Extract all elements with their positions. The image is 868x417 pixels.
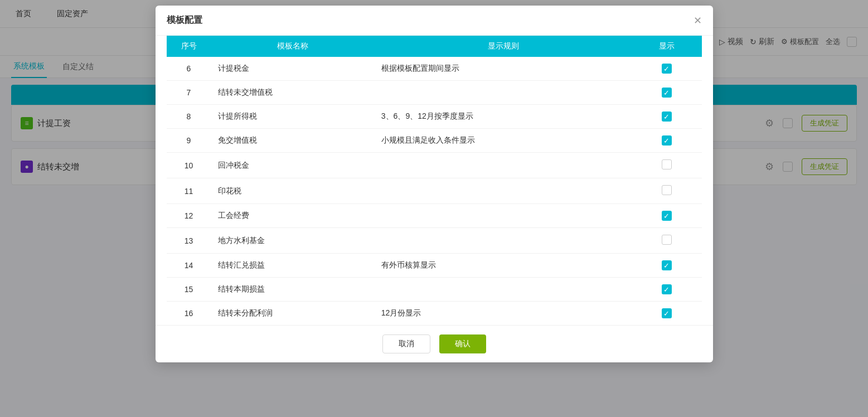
confirm-button[interactable]: 确认 xyxy=(439,334,486,353)
cell-seq-7: 13 xyxy=(167,228,211,254)
cell-name-2: 计提所得税 xyxy=(211,105,375,129)
modal-footer: 取消 确认 xyxy=(156,325,713,362)
cell-name-1: 结转未交增值税 xyxy=(211,81,375,105)
cell-seq-0: 6 xyxy=(167,57,211,81)
cell-rule-4 xyxy=(375,153,632,178)
modal-overlay: 模板配置 ✕ 序号 模板名称 显示规则 显示 6计提税金根据模板配置期间显示✓7… xyxy=(0,0,868,417)
cell-rule-0: 根据模板配置期间显示 xyxy=(375,57,632,81)
table-row: 11印花税 xyxy=(167,178,702,204)
cell-seq-5: 11 xyxy=(167,178,211,204)
modal-body[interactable]: 序号 模板名称 显示规则 显示 6计提税金根据模板配置期间显示✓7结转未交增值税… xyxy=(156,36,713,325)
table-row: 15结转本期损益✓ xyxy=(167,278,702,302)
checkbox-checked-8[interactable]: ✓ xyxy=(662,260,672,270)
cell-seq-6: 12 xyxy=(167,204,211,228)
checkbox-checked-6[interactable]: ✓ xyxy=(662,211,672,221)
cell-name-0: 计提税金 xyxy=(211,57,375,81)
checkbox-checked-2[interactable]: ✓ xyxy=(662,111,672,122)
table-header-row: 序号 模板名称 显示规则 显示 xyxy=(167,36,702,57)
cell-name-7: 地方水利基金 xyxy=(211,228,375,254)
cell-name-8: 结转汇兑损益 xyxy=(211,254,375,278)
cell-name-4: 回冲税金 xyxy=(211,153,375,178)
cell-rule-9 xyxy=(375,278,632,302)
cell-rule-6 xyxy=(375,204,632,228)
cell-name-10: 结转未分配利润 xyxy=(211,302,375,326)
table-row: 13地方水利基金 xyxy=(167,228,702,254)
checkbox-unchecked-5[interactable] xyxy=(662,185,672,195)
cell-check-9: ✓ xyxy=(632,278,701,302)
col-header-name: 模板名称 xyxy=(211,36,375,57)
checkbox-unchecked-4[interactable] xyxy=(662,159,672,169)
cell-seq-8: 14 xyxy=(167,254,211,278)
cell-name-9: 结转本期损益 xyxy=(211,278,375,302)
table-row: 7结转未交增值税✓ xyxy=(167,81,702,105)
cell-name-5: 印花税 xyxy=(211,178,375,204)
checkbox-checked-3[interactable]: ✓ xyxy=(662,135,672,146)
cell-check-8: ✓ xyxy=(632,254,701,278)
col-header-seq: 序号 xyxy=(167,36,211,57)
checkbox-checked-0[interactable]: ✓ xyxy=(662,64,672,74)
cell-check-6: ✓ xyxy=(632,204,701,228)
modal-title: 模板配置 xyxy=(167,14,202,26)
cell-rule-1 xyxy=(375,81,632,105)
cell-check-0: ✓ xyxy=(632,57,701,81)
cell-rule-8: 有外币核算显示 xyxy=(375,254,632,278)
checkbox-unchecked-7[interactable] xyxy=(662,235,672,245)
cell-seq-10: 16 xyxy=(167,302,211,326)
modal-template-config: 模板配置 ✕ 序号 模板名称 显示规则 显示 6计提税金根据模板配置期间显示✓7… xyxy=(156,6,713,362)
col-header-rule: 显示规则 xyxy=(375,36,632,57)
table-row: 6计提税金根据模板配置期间显示✓ xyxy=(167,57,702,81)
cell-check-3: ✓ xyxy=(632,129,701,153)
cell-rule-7 xyxy=(375,228,632,254)
cell-rule-3: 小规模且满足收入条件显示 xyxy=(375,129,632,153)
modal-close-button[interactable]: ✕ xyxy=(694,16,702,26)
cell-check-7 xyxy=(632,228,701,254)
cell-check-2: ✓ xyxy=(632,105,701,129)
cell-rule-10: 12月份显示 xyxy=(375,302,632,326)
cell-seq-3: 9 xyxy=(167,129,211,153)
cell-seq-2: 8 xyxy=(167,105,211,129)
table-row: 10回冲税金 xyxy=(167,153,702,178)
table-row: 8计提所得税3、6、9、12月按季度显示✓ xyxy=(167,105,702,129)
cell-check-1: ✓ xyxy=(632,81,701,105)
cell-seq-1: 7 xyxy=(167,81,211,105)
col-header-display: 显示 xyxy=(632,36,701,57)
table-row: 9免交增值税小规模且满足收入条件显示✓ xyxy=(167,129,702,153)
table-row: 14结转汇兑损益有外币核算显示✓ xyxy=(167,254,702,278)
checkbox-checked-9[interactable]: ✓ xyxy=(662,284,672,294)
checkbox-checked-1[interactable]: ✓ xyxy=(662,88,672,98)
table-row: 12工会经费✓ xyxy=(167,204,702,228)
modal-header: 模板配置 ✕ xyxy=(156,6,713,36)
cell-name-6: 工会经费 xyxy=(211,204,375,228)
cell-name-3: 免交增值税 xyxy=(211,129,375,153)
cell-rule-5 xyxy=(375,178,632,204)
cell-rule-2: 3、6、9、12月按季度显示 xyxy=(375,105,632,129)
checkbox-checked-10[interactable]: ✓ xyxy=(662,308,672,318)
cancel-button[interactable]: 取消 xyxy=(382,334,430,353)
cell-check-4 xyxy=(632,153,701,178)
table-row: 16结转未分配利润12月份显示✓ xyxy=(167,302,702,326)
cell-seq-9: 15 xyxy=(167,278,211,302)
cell-seq-4: 10 xyxy=(167,153,211,178)
config-table: 序号 模板名称 显示规则 显示 6计提税金根据模板配置期间显示✓7结转未交增值税… xyxy=(167,36,702,325)
cell-check-10: ✓ xyxy=(632,302,701,326)
cell-check-5 xyxy=(632,178,701,204)
